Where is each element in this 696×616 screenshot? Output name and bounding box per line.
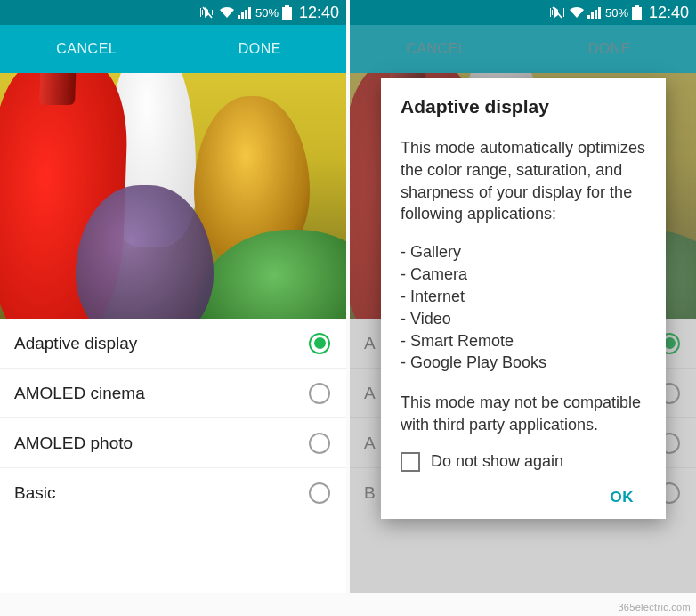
dialog-app-item: - Google Play Books <box>401 352 646 374</box>
mode-label: AMOLED photo <box>14 434 133 453</box>
radio-unselected-icon <box>309 482 330 504</box>
status-icons <box>548 5 602 20</box>
dialog-app-item: - Gallery <box>401 241 646 263</box>
mute-vibrate-icon <box>548 5 566 20</box>
mode-label: A <box>364 334 376 353</box>
dialog-app-list: - Gallery - Camera - Internet - Video - … <box>401 241 646 374</box>
dialog-title: Adaptive display <box>401 96 646 118</box>
mute-vibrate-icon <box>198 5 216 20</box>
mode-row-amoled-photo[interactable]: AMOLED photo <box>0 418 346 468</box>
mode-label: Adaptive display <box>14 334 137 353</box>
clock: 12:40 <box>649 4 689 22</box>
cancel-button[interactable]: CANCEL <box>0 25 174 73</box>
dialog-app-item: - Internet <box>401 286 646 308</box>
mode-row-amoled-cinema[interactable]: AMOLED cinema <box>0 369 346 418</box>
done-button[interactable]: DONE <box>523 25 697 73</box>
signal-icon <box>587 6 602 19</box>
mode-label: A <box>364 384 376 403</box>
preview-image <box>0 73 346 319</box>
wifi-icon <box>569 6 585 19</box>
mode-label: Basic <box>14 483 55 503</box>
battery-percent: 50% <box>605 6 628 20</box>
screen-adaptive-display-info: 50% 12:40 CANCEL DONE A A A <box>350 0 696 593</box>
checkbox-label: Do not show again <box>431 452 563 471</box>
radio-selected-icon <box>309 333 330 354</box>
mode-label: B <box>364 483 376 503</box>
dialog-app-item: - Video <box>401 308 646 330</box>
adaptive-display-dialog: Adaptive display This mode automatically… <box>381 78 666 519</box>
mode-label: A <box>364 434 376 453</box>
battery-icon <box>632 5 642 20</box>
dialog-app-item: - Smart Remote <box>401 330 646 353</box>
status-bar: 50% 12:40 <box>350 0 696 25</box>
action-bar: CANCEL DONE <box>350 25 696 73</box>
mode-row-basic[interactable]: Basic <box>0 468 346 518</box>
done-button[interactable]: DONE <box>174 25 347 73</box>
dialog-body-intro: This mode automatically optimizes the co… <box>401 137 646 225</box>
mode-row-adaptive-display[interactable]: Adaptive display <box>0 319 346 369</box>
status-bar: 50% 12:40 <box>0 0 346 25</box>
battery-percent: 50% <box>255 6 279 20</box>
status-icons <box>198 5 252 20</box>
dialog-app-item: - Camera <box>401 263 646 286</box>
svg-line-1 <box>553 7 562 18</box>
radio-unselected-icon <box>309 383 330 404</box>
radio-unselected-icon <box>309 433 330 454</box>
display-mode-list: Adaptive display AMOLED cinema AMOLED ph… <box>0 319 346 518</box>
wifi-icon <box>219 6 235 19</box>
mode-label: AMOLED cinema <box>14 384 145 403</box>
dialog-body-note: This mode may not be compatible with thi… <box>401 392 646 436</box>
screen-display-modes: 50% 12:40 CANCEL DONE Adaptive display A… <box>0 0 346 593</box>
signal-icon <box>238 6 252 19</box>
watermark: 365electric.com <box>618 602 691 612</box>
do-not-show-again-row[interactable]: Do not show again <box>401 452 646 472</box>
battery-icon <box>282 5 292 20</box>
action-bar: CANCEL DONE <box>0 25 346 73</box>
ok-button[interactable]: OK <box>603 485 642 509</box>
checkbox-unchecked-icon[interactable] <box>401 452 420 472</box>
svg-line-0 <box>203 7 212 18</box>
cancel-button[interactable]: CANCEL <box>350 25 523 73</box>
clock: 12:40 <box>299 4 339 22</box>
